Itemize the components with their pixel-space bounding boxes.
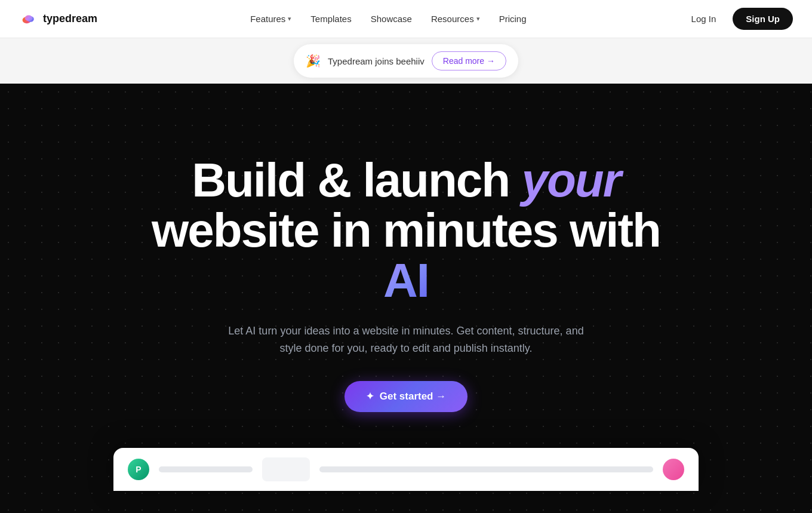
hero-title-part1: Build & launch (192, 153, 521, 207)
hero-cta-button[interactable]: ✦ Get started → (345, 381, 467, 412)
preview-bar-1 (159, 466, 253, 472)
preview-thumb (262, 457, 310, 481)
nav-features[interactable]: Features ▾ (242, 9, 300, 29)
hero-cta-label: Get started → (380, 391, 446, 403)
hero-title-ai: AI (383, 254, 429, 307)
navbar: typedream Features ▾ Templates Showcase … (0, 0, 812, 38)
hero-title-part2: website in minutes (152, 204, 570, 257)
resources-chevron-icon: ▾ (476, 15, 480, 23)
navbar-brand: typedream (19, 10, 97, 29)
hero-section: Build & launch your website in minutes w… (0, 84, 812, 513)
announcement-emoji: 🎉 (306, 54, 321, 68)
navbar-actions: Log In Sign Up (679, 8, 793, 30)
announcement-pill: 🎉 Typedream joins beehiiv Read more → (294, 44, 518, 78)
nav-resources[interactable]: Resources ▾ (423, 9, 488, 29)
signup-button[interactable]: Sign Up (733, 8, 793, 30)
svg-point-3 (25, 15, 33, 21)
hero-title-with: with (570, 204, 660, 257)
features-chevron-icon: ▾ (288, 15, 291, 23)
announcement-text: Typedream joins beehiiv (328, 56, 425, 66)
hero-subtitle: Let AI turn your ideas into a website in… (227, 322, 585, 357)
hero-cta-icon: ✦ (366, 391, 374, 402)
nav-showcase[interactable]: Showcase (362, 9, 420, 29)
preview-avatar-1: P (128, 459, 149, 480)
nav-templates[interactable]: Templates (302, 9, 359, 29)
hero-title: Build & launch your website in minutes w… (137, 155, 675, 306)
hero-title-your: your (521, 153, 620, 207)
login-button[interactable]: Log In (679, 9, 728, 29)
preview-bar-2 (319, 466, 653, 472)
nav-pricing[interactable]: Pricing (491, 9, 535, 29)
announcement-cta-button[interactable]: Read more → (432, 51, 506, 70)
brand-name: typedream (43, 13, 97, 25)
navbar-nav: Features ▾ Templates Showcase Resources … (242, 9, 534, 29)
hero-preview: P (113, 448, 699, 491)
typedream-logo-icon (19, 10, 38, 29)
hero-content: Build & launch your website in minutes w… (137, 155, 675, 412)
preview-avatar-2 (663, 459, 684, 480)
